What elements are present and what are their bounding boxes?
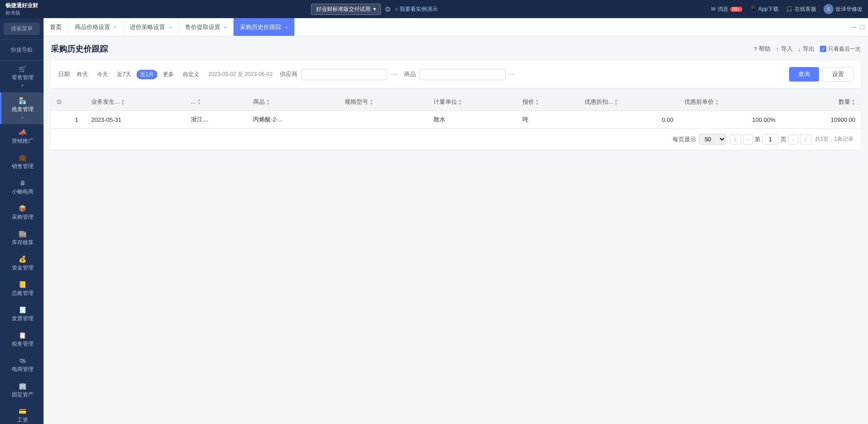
checkbox-icon: ✓ bbox=[820, 46, 826, 52]
tab-purchase-strategy[interactable]: 进价策略设置 × bbox=[123, 18, 178, 36]
page-nav: ⟪ ‹ 第 页 › ⟫ bbox=[730, 134, 811, 145]
tab-purchase-history[interactable]: 采购历史价跟踪 × bbox=[234, 18, 294, 36]
search-menu-btn[interactable]: 搜索菜单 bbox=[4, 23, 40, 35]
th-pre-price[interactable]: 优惠前单价▲▼ bbox=[679, 93, 781, 111]
page-unit: 页 bbox=[780, 135, 786, 144]
export-btn[interactable]: ↓ 导出 bbox=[798, 45, 815, 53]
th-quantity[interactable]: 数量▲▼ bbox=[781, 93, 861, 111]
page-input[interactable] bbox=[762, 134, 779, 145]
sidebar-item-ledger[interactable]: 📒 总账管理 bbox=[0, 276, 44, 302]
sort-icon: ▲▼ bbox=[852, 99, 855, 106]
sidebar-item-retail[interactable]: 🛒 零售管理 ▾ bbox=[0, 61, 44, 92]
sidebar-item-sales[interactable]: 💼 销售管理 bbox=[0, 149, 44, 175]
sidebar-item-assets[interactable]: 🏢 固定资产 bbox=[0, 378, 44, 403]
tab-close-strategy[interactable]: × bbox=[169, 24, 171, 30]
goods-input[interactable] bbox=[419, 69, 506, 80]
sidebar-item-finance[interactable]: 💰 资金管理 bbox=[0, 251, 44, 276]
online-service-btn[interactable]: 🎧 在线客服 bbox=[786, 5, 816, 13]
top-bar-center: 好业财标准版交付试用 ▾ ⚙ ○ 我要看实例演示 bbox=[311, 4, 438, 15]
column-settings-icon[interactable]: ⚙ bbox=[56, 98, 62, 106]
supplier-dots[interactable]: ··· bbox=[391, 70, 397, 78]
date-opt-custom[interactable]: 自定义 bbox=[179, 70, 203, 79]
per-page-select[interactable]: 20 50 100 200 bbox=[699, 134, 726, 145]
th-discount[interactable]: 优惠折扣...▲▼ bbox=[579, 93, 679, 111]
row-supplier: 浙江... bbox=[185, 111, 248, 129]
quick-nav-btn[interactable]: 快捷导航 bbox=[0, 43, 44, 58]
date-opt-more[interactable]: 更多 bbox=[159, 70, 177, 79]
query-btn[interactable]: 查询 bbox=[789, 67, 819, 82]
message-icon: ✉ bbox=[711, 6, 716, 12]
tab-home[interactable]: 首页 bbox=[44, 18, 68, 36]
sidebar-item-marketing[interactable]: 📣 营销推广 bbox=[0, 124, 44, 149]
sidebar-item-inventory[interactable]: 🏬 库存核算 bbox=[0, 226, 44, 251]
phone-icon: 📱 bbox=[750, 6, 756, 12]
sort-icon: ▲▼ bbox=[458, 99, 462, 106]
only-last-checkbox[interactable]: ✓ 只看最后一次 bbox=[820, 45, 861, 53]
chevron-icon: ▴ bbox=[21, 115, 24, 120]
sidebar-item-invoice[interactable]: 🧾 发票管理 bbox=[0, 302, 44, 327]
tab-close-history[interactable]: × bbox=[285, 24, 288, 30]
date-opt-yesterday[interactable]: 昨天 bbox=[73, 70, 92, 79]
tab-price[interactable]: 商品价格设置 × bbox=[68, 18, 123, 36]
th-spec[interactable]: 规格型号▲▼ bbox=[339, 93, 428, 111]
import-btn[interactable]: ↑ 导入 bbox=[776, 45, 793, 53]
tab-close-price[interactable]: × bbox=[114, 24, 117, 30]
tab-bar-actions: ─ □ bbox=[851, 23, 868, 31]
row-price-unit: 吨 bbox=[517, 111, 579, 129]
th-gear: ⚙ bbox=[51, 93, 68, 111]
purchase-icon: 📦 bbox=[19, 205, 26, 212]
last-page-btn[interactable]: ⟫ bbox=[800, 135, 811, 145]
row-spec bbox=[339, 111, 428, 129]
tab-close-sale[interactable]: × bbox=[224, 24, 227, 30]
date-opt-today[interactable]: 今天 bbox=[93, 70, 112, 79]
th-price[interactable]: 报价▲▼ bbox=[517, 93, 579, 111]
sort-icon: ▲▼ bbox=[370, 99, 373, 106]
tab-bar: 首页 商品价格设置 × 进价策略设置 × 售价提取设置 × 采购历史价跟踪 × … bbox=[44, 18, 868, 36]
sidebar-item-salary[interactable]: 💳 工资 bbox=[0, 403, 44, 424]
th-extra[interactable]: ...▲▼ bbox=[185, 93, 248, 111]
ecommerce-small-icon: 🖥 bbox=[20, 179, 26, 187]
play-icon: ○ bbox=[395, 6, 398, 12]
goods-dots[interactable]: ··· bbox=[509, 70, 515, 78]
date-opt-last1month[interactable]: 近1月 bbox=[137, 70, 158, 79]
tab-sale-price[interactable]: 售价提取设置 × bbox=[179, 18, 234, 36]
top-settings-icon[interactable]: ⚙ bbox=[385, 5, 391, 14]
date-opt-last7[interactable]: 近7天 bbox=[113, 70, 135, 79]
retail-icon: 🛒 bbox=[19, 65, 26, 72]
first-page-btn[interactable]: ⟪ bbox=[730, 135, 741, 145]
next-page-btn[interactable]: › bbox=[788, 135, 798, 145]
row-unit: 散水 bbox=[428, 111, 517, 129]
assets-icon: 🏢 bbox=[19, 382, 26, 390]
tab-maximize-btn[interactable]: □ bbox=[860, 23, 864, 31]
table-row: 1 2023-05-31 浙江... 丙烯酸-2-... 散水 吨 0.00 1… bbox=[51, 111, 861, 129]
sidebar-item-tax[interactable]: 📋 税务管理 bbox=[0, 327, 44, 352]
sidebar-item-wholesale[interactable]: 🏪 批发管理 ▴ bbox=[0, 92, 44, 124]
row-discount: 100.00% bbox=[679, 111, 781, 129]
tax-icon: 📋 bbox=[19, 332, 26, 339]
demo-link[interactable]: ○ 我要看实例演示 bbox=[395, 5, 438, 13]
page-label: 第 bbox=[755, 135, 761, 144]
sidebar-item-ecommerce-small[interactable]: 🖥 小畅电商 bbox=[0, 175, 44, 200]
app-download-btn[interactable]: 📱 App下载 bbox=[750, 5, 779, 13]
sort-icon: ▲▼ bbox=[536, 99, 539, 106]
help-btn[interactable]: ? 帮助 bbox=[754, 45, 770, 53]
edition-selector[interactable]: 好业财标准版交付试用 ▾ bbox=[311, 4, 381, 15]
prev-page-btn[interactable]: ‹ bbox=[743, 135, 753, 145]
sidebar-item-ecommerce[interactable]: 🛍 电商管理 bbox=[0, 352, 44, 378]
sidebar-item-purchase[interactable]: 📦 采购管理 bbox=[0, 200, 44, 226]
th-date[interactable]: 业务发生...▲▼ bbox=[86, 93, 185, 111]
supplier-input[interactable] bbox=[301, 69, 387, 80]
chevron-icon: ▾ bbox=[21, 83, 24, 88]
th-unit[interactable]: 计量单位▲▼ bbox=[428, 93, 517, 111]
sort-icon: ▲▼ bbox=[266, 99, 270, 106]
tab-minimize-btn[interactable]: ─ bbox=[851, 23, 856, 31]
filter-settings-btn[interactable]: 设置 bbox=[823, 67, 853, 82]
message-btn[interactable]: ✉ 消息 99+ bbox=[711, 5, 742, 13]
supplier-filter-group: 供应商 ··· bbox=[280, 69, 397, 80]
th-goods[interactable]: 商品▲▼ bbox=[248, 93, 339, 111]
sidebar-search-area: 搜索菜单 bbox=[0, 18, 44, 40]
user-info[interactable]: 人 徐泽华修改 bbox=[824, 4, 863, 14]
total-info: 共1页，1条记录 bbox=[815, 135, 853, 143]
wholesale-icon: 🏪 bbox=[19, 97, 26, 104]
row-goods: 丙烯酸-2-... bbox=[248, 111, 339, 129]
